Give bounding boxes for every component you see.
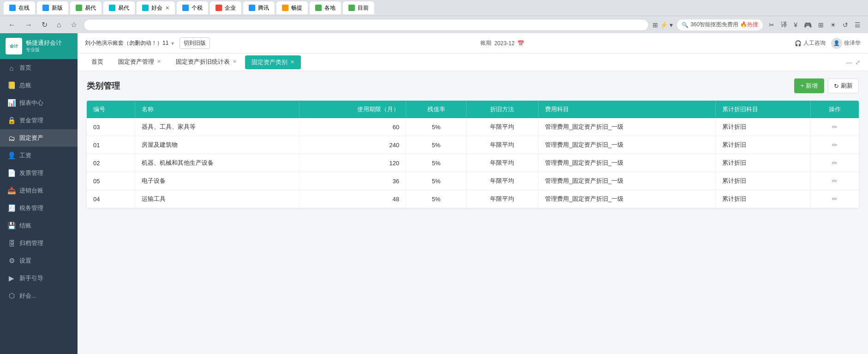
th-name: 名称 [135, 101, 299, 118]
home-button[interactable]: ⌂ [54, 20, 64, 30]
sidebar-item-assets[interactable]: 🗂 固定资产 [0, 129, 78, 147]
user-avatar-btn[interactable]: 👤 徐泽华 [831, 38, 861, 49]
cell-expense-4: 管理费用_固定资产折旧_一级 [538, 190, 715, 208]
calendar-icon[interactable]: 📅 [517, 40, 524, 47]
tab-tencent[interactable]: 腾讯 [243, 1, 275, 14]
sidebar-item-payroll[interactable]: 👤 工资 [0, 147, 78, 164]
search-bar[interactable]: 🔍 360智能抠图免费用 🔥热搜 [676, 19, 763, 31]
th-salvage: 残值率 [406, 101, 467, 118]
cell-method-2: 年限平均 [467, 154, 539, 172]
tab-mubiao[interactable]: 目前 [343, 1, 374, 14]
funds-icon: 🔒 [7, 116, 16, 125]
invoices-icon: 📄 [7, 169, 16, 177]
sidebar-label-funds: 资金管理 [19, 116, 43, 125]
tab-changtui[interactable]: 畅提 [276, 1, 308, 14]
tab-gedi[interactable]: 各地 [310, 1, 341, 14]
support-btn[interactable]: 🎧 人工咨询 [795, 39, 826, 47]
sidebar-item-settings[interactable]: ⚙ 设置 [0, 252, 78, 270]
page-tab-depreciation-close[interactable]: ✕ [233, 59, 237, 65]
sidebar-item-reports[interactable]: 📊 报表中心 [0, 94, 78, 112]
sidebar-item-closing[interactable]: 💾 结账 [0, 217, 78, 234]
tax-icon: 🧾 [7, 204, 16, 212]
sidebar-item-guide[interactable]: ▶ 新手引导 [0, 270, 78, 287]
cell-actions-1: ✏ [810, 136, 859, 154]
sidebar-item-inventory[interactable]: 📥 进销台账 [0, 182, 78, 199]
dropdown-icon[interactable]: ▾ [670, 21, 673, 29]
sidebar-item-home[interactable]: ⌂ 首页 [0, 59, 78, 77]
cell-code-0: 03 [87, 118, 135, 136]
tab-close-haohuiji[interactable]: ✕ [165, 5, 169, 11]
sidebar-item-ledger[interactable]: 📒 总账 [0, 77, 78, 94]
sidebar-item-tax[interactable]: 🧾 税务管理 [0, 199, 78, 217]
brightness-btn[interactable]: ☀ [828, 20, 838, 30]
tab-yid2[interactable]: 易代 [103, 1, 135, 14]
address-input[interactable]: https://cloud.chanjet.com/accounting/uw1… [84, 19, 649, 31]
sidebar-label-invoices: 发票管理 [19, 169, 43, 177]
wallet-btn[interactable]: ¥ [792, 20, 799, 30]
edit-btn-2[interactable]: ✏ [832, 159, 838, 167]
translate-btn[interactable]: 译 [779, 20, 789, 30]
sidebar-item-archive[interactable]: 🗄 归档管理 [0, 234, 78, 252]
undo-btn[interactable]: ↺ [841, 20, 850, 30]
sidebar-label-guide: 新手引导 [19, 274, 43, 282]
tab-icon-yid1 [76, 5, 82, 11]
categories-table: 编号 名称 使用期限（月） 残值率 折旧方法 费用科目 累计折旧科目 操作 03… [87, 101, 859, 208]
page-tab-assets-mgmt[interactable]: 固定资产管理 ✕ [112, 55, 168, 70]
tab-haohuiji[interactable]: 好会 ✕ [137, 1, 175, 14]
tab-online[interactable]: 在线 [4, 1, 35, 14]
refresh-button[interactable]: ↻ [39, 19, 50, 30]
window-expand-btn[interactable]: ⤢ [855, 59, 861, 66]
sidebar-label-tax: 税务管理 [19, 204, 43, 212]
content-area: 刘小艳演示账套（勿删勿动！）11 ▾ 切到旧版 账期 2023-12 📅 🎧 人… [78, 33, 868, 354]
page-tab-assets-mgmt-close[interactable]: ✕ [157, 59, 161, 65]
page-actions: + 新增 ↻ 刷新 [794, 78, 859, 93]
tab-enterprise[interactable]: 企业 [210, 1, 241, 14]
tab-icon-gedi [315, 5, 322, 11]
bookmark-button[interactable]: ☆ [68, 19, 80, 30]
cell-accum-4: 累计折旧 [715, 190, 810, 208]
period-value: 2023-12 [494, 40, 515, 47]
grid-btn[interactable]: ⊞ [816, 20, 826, 30]
sidebar-item-funds[interactable]: 🔒 资金管理 [0, 112, 78, 129]
refresh-table-button[interactable]: ↻ 刷新 [828, 78, 859, 93]
cell-accum-0: 累计折旧 [715, 118, 810, 136]
edit-btn-4[interactable]: ✏ [832, 195, 838, 203]
scissors-btn[interactable]: ✂ [767, 20, 776, 30]
dropdown-arrow[interactable]: ▾ [171, 40, 174, 47]
action-buttons: 🎧 人工咨询 👤 徐泽华 [795, 38, 861, 49]
tab-icon-yid2 [109, 5, 115, 11]
tab-yid1[interactable]: 易代 [70, 1, 102, 14]
page-tab-categories-close[interactable]: ✕ [290, 59, 294, 65]
game-btn[interactable]: 🎮 [802, 20, 814, 30]
sidebar-label-assets: 固定资产 [19, 134, 43, 142]
page-tab-home-label: 首页 [91, 58, 103, 66]
page-tab-depreciation[interactable]: 固定资产折旧统计表 ✕ [169, 55, 243, 70]
window-minimize-btn[interactable]: — [846, 59, 852, 66]
sidebar-item-invoices[interactable]: 📄 发票管理 [0, 164, 78, 182]
page-tab-home[interactable]: 首页 [85, 55, 110, 70]
forward-button[interactable]: → [22, 20, 35, 30]
back-button[interactable]: ← [6, 20, 18, 30]
menu-btn[interactable]: ☰ [853, 20, 862, 30]
add-category-button[interactable]: + 新增 [794, 78, 824, 93]
settings-icon: ⚙ [7, 257, 16, 265]
cell-salvage-0: 5% [406, 118, 467, 136]
closing-icon: 💾 [7, 222, 16, 230]
page-tabs-bar: 首页 固定资产管理 ✕ 固定资产折旧统计表 ✕ 固定资产类别 ✕ — ⤢ [78, 54, 868, 71]
window-controls: — ⤢ [846, 59, 861, 66]
cell-period-0: 60 [299, 118, 406, 136]
inventory-icon: 📥 [7, 186, 16, 195]
cell-accum-2: 累计折旧 [715, 154, 810, 172]
avatar-icon: 👤 [833, 40, 840, 46]
assets-icon: 🗂 [7, 134, 16, 142]
edit-btn-0[interactable]: ✏ [832, 123, 838, 131]
edit-btn-3[interactable]: ✏ [832, 177, 838, 185]
tab-tax[interactable]: 个税 [177, 1, 208, 14]
tab-new[interactable]: 新版 [37, 1, 68, 14]
tab-label-online: 在线 [18, 4, 30, 12]
device-icon: ⊞ [652, 21, 658, 29]
switch-version-button[interactable]: 切到旧版 [180, 37, 210, 49]
page-tab-categories[interactable]: 固定资产类别 ✕ [245, 55, 301, 69]
sidebar-item-more[interactable]: ⬡ 好会... [0, 287, 78, 305]
edit-btn-1[interactable]: ✏ [832, 141, 838, 149]
